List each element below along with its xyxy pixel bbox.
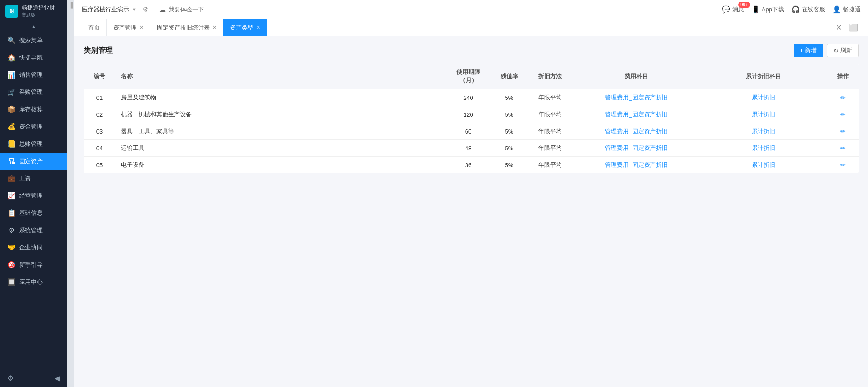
tab-maximize-button[interactable]: ⬜ bbox=[846, 22, 861, 33]
accum-link-3[interactable]: 累计折旧 bbox=[752, 144, 775, 151]
cell-expense-0: 管理费用_固定资产折旧 bbox=[573, 89, 700, 106]
home-icon: 🏠 bbox=[7, 54, 15, 62]
tab-asset-type-label: 资产类型 bbox=[230, 24, 253, 32]
settings-gear-icon[interactable]: ⚙ bbox=[142, 5, 148, 14]
refresh-button[interactable]: ↻ 刷新 bbox=[827, 44, 859, 57]
sidebar-item-label: 采购管理 bbox=[19, 88, 43, 96]
sidebar-scrollbar[interactable]: ▐ bbox=[67, 0, 74, 387]
sidebar-item-label: 销售管理 bbox=[19, 71, 43, 79]
accum-link-2[interactable]: 累计折旧 bbox=[752, 128, 775, 134]
expense-link-3[interactable]: 管理费用_固定资产折旧 bbox=[605, 144, 667, 151]
sidebar-item-purchase[interactable]: 🛒 采购管理 bbox=[0, 84, 67, 101]
accum-link-1[interactable]: 累计折旧 bbox=[752, 111, 775, 118]
user-avatar-button[interactable]: 👤 畅捷通 bbox=[833, 5, 861, 14]
edit-button-3[interactable]: ✏ bbox=[840, 144, 846, 152]
sidebar-item-label: 新手引导 bbox=[19, 261, 43, 269]
module-selector[interactable]: 医疗器械行业演示 ▼ bbox=[82, 5, 137, 14]
sidebar-item-sales[interactable]: 📊 销售管理 bbox=[0, 66, 67, 84]
sidebar-item-salary[interactable]: 💼 工资 bbox=[0, 170, 67, 187]
sidebar-nav: 🔍 搜索菜单 🏠 快捷导航 📊 销售管理 🛒 采购管理 📦 库存核算 💰 资金管… bbox=[0, 30, 67, 369]
tab-asset-management[interactable]: 资产管理 ✕ bbox=[107, 19, 150, 36]
tab-home[interactable]: 首页 bbox=[82, 19, 107, 36]
tab-asset-close[interactable]: ✕ bbox=[139, 25, 144, 30]
refresh-label: 刷新 bbox=[840, 46, 852, 55]
module-dropdown-icon: ▼ bbox=[132, 7, 137, 12]
sidebar-item-fixed[interactable]: 🏗 固定资产 bbox=[0, 153, 67, 170]
sidebar-item-label: 系统管理 bbox=[19, 226, 43, 234]
topbar-right: 💬 消息 99+ 📱 App下载 🎧 在线客服 👤 畅捷通 bbox=[722, 5, 861, 14]
sidebar-item-ops[interactable]: 📈 经营管理 bbox=[0, 187, 67, 204]
tabs-bar: 首页 资产管理 ✕ 固定资产折旧统计表 ✕ 资产类型 ✕ ✕ ⬜ bbox=[74, 19, 868, 36]
cell-name-4: 电子设备 bbox=[115, 157, 446, 174]
sidebar-item-search[interactable]: 🔍 搜索菜单 bbox=[0, 32, 67, 49]
headset-icon: 🎧 bbox=[791, 5, 800, 14]
expense-link-4[interactable]: 管理费用_固定资产折旧 bbox=[605, 161, 667, 168]
cell-code-2: 03 bbox=[84, 123, 115, 140]
tab-close-button[interactable]: ✕ bbox=[833, 22, 844, 33]
cell-code-0: 01 bbox=[84, 89, 115, 106]
sidebar-item-label: 企业协同 bbox=[19, 243, 43, 252]
sidebar-item-basic[interactable]: 📋 基础信息 bbox=[0, 204, 67, 222]
category-table: 编号 名称 使用期限（月） 残值率 折旧方法 费用科目 累计折旧科目 操作 01… bbox=[84, 64, 859, 173]
collapse-icon[interactable]: ◀ bbox=[55, 374, 60, 382]
logo-edition: 普及版 bbox=[22, 12, 55, 18]
tab-asset-type-close[interactable]: ✕ bbox=[256, 25, 260, 30]
tab-asset-type[interactable]: 资产类型 ✕ bbox=[223, 19, 267, 36]
sidebar-item-capital[interactable]: 💰 资金管理 bbox=[0, 118, 67, 135]
table-row: 05 电子设备 36 5% 年限平均 管理费用_固定资产折旧 累计折旧 ✏ bbox=[84, 157, 859, 174]
cell-expense-3: 管理费用_固定资产折旧 bbox=[573, 140, 700, 157]
tab-depreciation-close[interactable]: ✕ bbox=[213, 25, 217, 30]
expense-link-0[interactable]: 管理费用_固定资产折旧 bbox=[605, 94, 667, 101]
sidebar-item-label: 工资 bbox=[19, 174, 31, 183]
cell-op-0: ✏ bbox=[827, 89, 859, 106]
tab-home-label: 首页 bbox=[88, 24, 100, 32]
user-label: 畅捷通 bbox=[843, 5, 861, 14]
sidebar-item-label: 固定资产 bbox=[19, 157, 43, 165]
cell-name-3: 运输工具 bbox=[115, 140, 446, 157]
edit-button-4[interactable]: ✏ bbox=[840, 161, 846, 169]
fixed-assets-icon: 🏗 bbox=[7, 157, 15, 165]
sidebar-logo: 财 畅捷通好业财 普及版 bbox=[0, 0, 67, 23]
sidebar-item-inventory[interactable]: 📦 库存核算 bbox=[0, 101, 67, 118]
sidebar-item-system[interactable]: ⚙ 系统管理 bbox=[0, 222, 67, 239]
sidebar-scroll-thumb: ▐ bbox=[69, 2, 73, 8]
page-header: 类别管理 + 新增 ↻ 刷新 bbox=[84, 44, 859, 57]
sidebar-item-enterprise[interactable]: 🤝 企业协同 bbox=[0, 239, 67, 256]
cell-expense-2: 管理费用_固定资产折旧 bbox=[573, 123, 700, 140]
col-header-period: 使用期限（月） bbox=[446, 64, 491, 89]
expense-link-2[interactable]: 管理费用_固定资产折旧 bbox=[605, 128, 667, 134]
content-area: 类别管理 + 新增 ↻ 刷新 编号 名称 使用期限（月） 残值率 折旧方法 费用… bbox=[74, 36, 868, 387]
sidebar-item-guide[interactable]: 🎯 新手引导 bbox=[0, 256, 67, 273]
tab-depreciation-table[interactable]: 固定资产折旧统计表 ✕ bbox=[150, 19, 223, 36]
accum-link-4[interactable]: 累计折旧 bbox=[752, 161, 775, 168]
ops-icon: 📈 bbox=[7, 192, 15, 200]
topbar-divider bbox=[154, 5, 154, 14]
app-download-label: App下载 bbox=[762, 5, 784, 14]
experience-button[interactable]: ☁ 我要体验一下 bbox=[159, 5, 204, 14]
message-button[interactable]: 💬 消息 99+ bbox=[722, 5, 744, 14]
inventory-icon: 📦 bbox=[7, 105, 15, 114]
scroll-up-icon[interactable]: ▲ bbox=[31, 24, 36, 29]
cell-op-1: ✏ bbox=[827, 106, 859, 123]
expense-link-1[interactable]: 管理费用_固定资产折旧 bbox=[605, 111, 667, 118]
col-header-expense: 费用科目 bbox=[573, 64, 700, 89]
online-service-button[interactable]: 🎧 在线客服 bbox=[791, 5, 825, 14]
accum-link-0[interactable]: 累计折旧 bbox=[752, 94, 775, 101]
app-download-button[interactable]: 📱 App下载 bbox=[751, 5, 784, 14]
cell-period-1: 120 bbox=[446, 106, 491, 123]
cell-period-3: 48 bbox=[446, 140, 491, 157]
edit-button-1[interactable]: ✏ bbox=[840, 111, 846, 118]
col-header-residual: 残值率 bbox=[491, 64, 527, 89]
sidebar-item-quicknav[interactable]: 🏠 快捷导航 bbox=[0, 49, 67, 66]
settings-icon[interactable]: ⚙ bbox=[7, 374, 14, 382]
edit-button-0[interactable]: ✏ bbox=[840, 94, 846, 101]
cell-name-1: 机器、机械和其他生产设备 bbox=[115, 106, 446, 123]
new-button[interactable]: + 新增 bbox=[794, 44, 823, 57]
cell-method-1: 年限平均 bbox=[527, 106, 573, 123]
message-icon: 💬 bbox=[722, 5, 730, 14]
enterprise-icon: 🤝 bbox=[7, 243, 15, 252]
sidebar-item-apps[interactable]: 🔲 应用中心 bbox=[0, 273, 67, 291]
sidebar-item-ledger[interactable]: 📒 总账管理 bbox=[0, 135, 67, 153]
sales-icon: 📊 bbox=[7, 71, 15, 79]
edit-button-2[interactable]: ✏ bbox=[840, 128, 846, 135]
